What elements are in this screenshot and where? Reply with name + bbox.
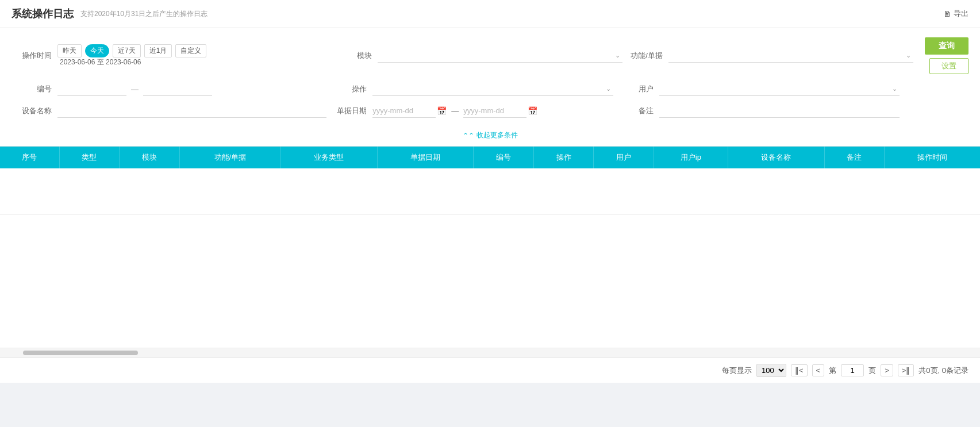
page-label: 第 xyxy=(829,366,836,376)
calendar-to-icon[interactable]: 📅 xyxy=(528,106,537,116)
collapse-bar[interactable]: ⌃⌃ 收起更多条件 xyxy=(11,126,969,146)
date-range-text: 2023-06-06 至 2023-06-06 xyxy=(60,57,206,67)
col-header-编号: 编号 xyxy=(474,147,533,168)
filter-row-1: 操作时间 昨天 今天 近7天 近1月 自定义 2023-06-06 至 2023… xyxy=(11,37,969,74)
time-filter-col: 操作时间 昨天 今天 近7天 近1月 自定义 2023-06-06 至 2023… xyxy=(11,44,332,67)
doc-date-col: 单据日期 📅 — 📅 xyxy=(326,104,613,118)
collapse-content: ⌃⌃ 收起更多条件 xyxy=(463,130,518,140)
function-label: 功能/单据 xyxy=(622,51,668,61)
empty-row xyxy=(0,168,980,215)
user-col: 用户 ⌄ xyxy=(613,82,900,96)
last7-btn[interactable]: 近7天 xyxy=(113,44,141,57)
table-section: 序号类型模块功能/单据业务类型单据日期编号操作用户用户ip设备名称备注操作时间 xyxy=(0,147,980,357)
function-col: 功能/单据 ⌄ xyxy=(622,49,913,63)
module-input[interactable] xyxy=(378,49,622,62)
module-label: 模块 xyxy=(332,51,378,61)
module-select-wrapper[interactable]: ⌄ xyxy=(378,49,622,63)
time-filter-block: 昨天 今天 近7天 近1月 自定义 2023-06-06 至 2023-06-0… xyxy=(57,44,206,67)
page-size-select[interactable]: 100 50 200 xyxy=(756,364,786,377)
next-page-btn[interactable]: > xyxy=(881,364,893,376)
user-input[interactable] xyxy=(659,82,900,95)
device-label: 设备名称 xyxy=(11,106,57,116)
remark-input[interactable] xyxy=(659,104,900,118)
col-header-业务类型: 业务类型 xyxy=(281,147,378,168)
doc-date-from[interactable] xyxy=(372,104,436,118)
operation-select-wrapper[interactable]: ⌄ xyxy=(372,82,613,96)
col-header-单据日期: 单据日期 xyxy=(377,147,474,168)
export-button[interactable]: 🗎 导出 xyxy=(943,9,969,19)
col-header-操作时间: 操作时间 xyxy=(884,147,980,168)
yesterday-btn[interactable]: 昨天 xyxy=(57,44,82,57)
settings-button[interactable]: 设置 xyxy=(929,58,969,74)
page-header: 系统操作日志 支持2020年10月31日之后产生的操作日志 🗎 导出 xyxy=(0,0,980,28)
table-header: 序号类型模块功能/单据业务类型单据日期编号操作用户用户ip设备名称备注操作时间 xyxy=(0,147,980,168)
scrollbar-thumb[interactable] xyxy=(23,351,138,355)
doc-date-to[interactable] xyxy=(463,104,526,118)
collapse-chevron-icon: ⌃⌃ xyxy=(463,132,474,140)
module-col: 模块 ⌄ xyxy=(332,49,622,63)
export-icon: 🗎 xyxy=(943,9,951,18)
time-btn-group: 昨天 今天 近7天 近1月 自定义 xyxy=(57,44,206,57)
remark-label: 备注 xyxy=(613,106,659,116)
doc-date-to-wrap: 📅 xyxy=(463,104,537,118)
page-num-input[interactable] xyxy=(841,364,864,376)
device-input[interactable] xyxy=(57,104,326,118)
doc-date-dash: — xyxy=(447,107,463,116)
page-size-label: 每页显示 xyxy=(722,366,752,376)
filter-row-3: 设备名称 单据日期 📅 — 📅 备注 xyxy=(11,104,969,118)
action-buttons: 查询 设置 xyxy=(913,37,969,74)
code-dash: — xyxy=(126,85,143,94)
calendar-from-icon[interactable]: 📅 xyxy=(437,106,447,116)
scroll-area[interactable]: 序号类型模块功能/单据业务类型单据日期编号操作用户用户ip设备名称备注操作时间 xyxy=(0,147,980,348)
function-input[interactable] xyxy=(668,49,913,62)
device-col: 设备名称 xyxy=(11,104,326,118)
col-header-设备名称: 设备名称 xyxy=(728,147,824,168)
col-header-用户: 用户 xyxy=(594,147,654,168)
col-header-模块: 模块 xyxy=(120,147,179,168)
first-page-btn[interactable]: ‖< xyxy=(791,364,808,376)
col-header-用户ip: 用户ip xyxy=(654,147,728,168)
pagination-bar: 每页显示 100 50 200 ‖< < 第 页 > >‖ 共0页, 0条记录 xyxy=(0,357,980,383)
page-unit: 页 xyxy=(868,366,876,376)
scrollbar-track[interactable] xyxy=(0,348,980,357)
code-label: 编号 xyxy=(11,84,57,94)
col-header-类型: 类型 xyxy=(59,147,119,168)
today-btn[interactable]: 今天 xyxy=(85,44,109,57)
data-table: 序号类型模块功能/单据业务类型单据日期编号操作用户用户ip设备名称备注操作时间 xyxy=(0,147,980,215)
col-header-备注: 备注 xyxy=(824,147,884,168)
time-label: 操作时间 xyxy=(11,51,57,61)
custom-btn[interactable]: 自定义 xyxy=(175,44,206,57)
col-header-功能/单据: 功能/单据 xyxy=(179,147,280,168)
query-button[interactable]: 查询 xyxy=(925,37,969,55)
user-label: 用户 xyxy=(613,84,659,94)
header-row: 序号类型模块功能/单据业务类型单据日期编号操作用户用户ip设备名称备注操作时间 xyxy=(0,147,980,168)
export-label: 导出 xyxy=(954,9,969,19)
user-select-wrapper[interactable]: ⌄ xyxy=(659,82,900,96)
filter-row-2: 编号 — 操作 ⌄ 用户 ⌄ xyxy=(11,82,969,96)
table-body xyxy=(0,168,980,215)
prev-page-btn[interactable]: < xyxy=(812,364,825,376)
filter-area: 操作时间 昨天 今天 近7天 近1月 自定义 2023-06-06 至 2023… xyxy=(0,28,980,147)
col-header-操作: 操作 xyxy=(533,147,593,168)
collapse-label: 收起更多条件 xyxy=(476,130,518,140)
code-col: 编号 — xyxy=(11,82,326,96)
operation-col: 操作 ⌄ xyxy=(326,82,613,96)
page-subtitle: 支持2020年10月31日之后产生的操作日志 xyxy=(80,9,207,19)
doc-date-from-wrap: 📅 xyxy=(372,104,447,118)
page-title: 系统操作日志 xyxy=(11,7,74,21)
function-select-wrapper[interactable]: ⌄ xyxy=(668,49,913,63)
operation-input[interactable] xyxy=(372,82,613,95)
remark-col: 备注 xyxy=(613,104,900,118)
operation-label: 操作 xyxy=(326,84,372,94)
code-input-from[interactable] xyxy=(57,82,126,96)
last-page-btn[interactable]: >‖ xyxy=(898,364,914,376)
last1month-btn[interactable]: 近1月 xyxy=(144,44,172,57)
total-info: 共0页, 0条记录 xyxy=(918,366,969,376)
doc-date-label: 单据日期 xyxy=(326,106,372,116)
col-header-序号: 序号 xyxy=(0,147,59,168)
code-input-to[interactable] xyxy=(143,82,212,96)
